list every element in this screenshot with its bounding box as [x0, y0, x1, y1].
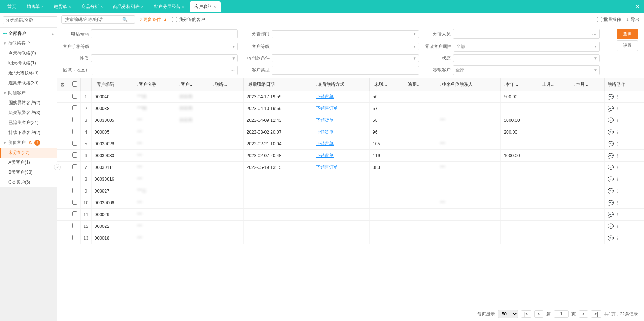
contact-icon[interactable]: 💬	[608, 153, 614, 159]
first-page-button[interactable]: |<	[521, 310, 531, 318]
filter-search-box[interactable]: 🔍	[61, 15, 135, 24]
gear-icon[interactable]: ⚙	[60, 82, 65, 88]
more-icon[interactable]: ⁝	[617, 141, 618, 147]
cell-check[interactable]	[69, 126, 80, 138]
contact-way-link[interactable]: 下销货单	[316, 129, 334, 134]
sidebar-item-hoarding[interactable]: 囤购异常客户(2)	[0, 98, 57, 108]
more-icon[interactable]: ⁝	[617, 129, 618, 135]
row-checkbox[interactable]	[72, 94, 77, 99]
more-icon[interactable]: ⁝	[617, 165, 618, 170]
sidebar-item-tomorrow[interactable]: 明天待联络(1)	[0, 58, 57, 68]
payment-select[interactable]: ▼	[272, 54, 419, 62]
th-type[interactable]: : 客户...	[176, 78, 210, 91]
contact-way-link[interactable]: 下销售订单	[316, 106, 338, 111]
contact-icon[interactable]: 💬	[608, 129, 614, 135]
contact-icon[interactable]: 💬	[608, 223, 614, 229]
tab-sales[interactable]: 销售单 ×	[22, 1, 48, 12]
tab-customer-segment-close[interactable]: ×	[182, 4, 184, 9]
sidebar-section-value[interactable]: ▼ 价值客户 ↻ !	[0, 138, 57, 148]
page-number-input[interactable]	[554, 310, 569, 318]
more-icon[interactable]: ⁝	[617, 212, 618, 218]
region-dots-icon[interactable]: ···	[230, 67, 235, 73]
retail-attr-select[interactable]: 全部 ▼	[454, 42, 600, 52]
more-icon[interactable]: ⁝	[617, 200, 618, 206]
sidebar-item-class-a[interactable]: A类客户(1)	[0, 158, 57, 167]
contact-icon[interactable]: 💬	[608, 94, 614, 100]
tab-sales-close[interactable]: ×	[41, 4, 43, 9]
my-customers-checkbox[interactable]	[172, 17, 177, 22]
sidebar-item-declining[interactable]: 持续下滑客户(2)	[0, 128, 57, 138]
contact-way-link[interactable]: 下销货单	[316, 94, 334, 99]
th-contact[interactable]: : 联络...	[210, 78, 243, 91]
table-container[interactable]: ⚙ : 客户编码	[57, 78, 644, 307]
retail-customer-select[interactable]: 全部 ▼	[453, 65, 600, 75]
cell-check[interactable]	[69, 209, 80, 221]
contact-icon[interactable]: 💬	[608, 212, 614, 218]
export-btn[interactable]: ⇓ 导出	[626, 17, 640, 23]
contact-way-link[interactable]: 下销货单	[316, 117, 334, 123]
cell-check[interactable]	[69, 138, 80, 150]
row-checkbox[interactable]	[72, 105, 77, 110]
contact-icon[interactable]: 💬	[608, 106, 614, 112]
filter-search-icon[interactable]: 🔍	[122, 17, 128, 22]
customer-level-select[interactable]: ▼	[272, 43, 419, 50]
more-icon[interactable]: ⁝	[617, 106, 618, 112]
contact-icon[interactable]: 💬	[608, 235, 614, 241]
filter-search-input[interactable]	[65, 17, 120, 22]
tab-home[interactable]: 首页	[3, 1, 21, 12]
row-checkbox[interactable]	[72, 188, 77, 193]
cell-check[interactable]	[69, 173, 80, 185]
tab-product-analysis[interactable]: 商品分析 ×	[77, 1, 107, 12]
tab-purchase-close[interactable]: ×	[68, 4, 71, 9]
sidebar-section-pending[interactable]: ▼ 待联络客户	[0, 38, 57, 48]
more-icon[interactable]: ⁝	[617, 235, 618, 241]
more-icon[interactable]: ⁝	[617, 176, 618, 182]
price-level-select[interactable]: ▼	[92, 43, 238, 50]
th-this-year[interactable]: : 本年...	[501, 78, 537, 91]
cell-check[interactable]	[69, 114, 80, 126]
sidebar-item-churned[interactable]: 已流失客户(24)	[0, 118, 57, 128]
row-checkbox[interactable]	[72, 141, 77, 146]
tab-product-list-close[interactable]: ×	[141, 4, 143, 9]
nature-select[interactable]: ▼	[91, 54, 238, 62]
more-icon[interactable]: ⁝	[617, 188, 618, 194]
th-last-month[interactable]: : 上月...	[537, 78, 571, 91]
reset-button[interactable]: 设置	[617, 40, 638, 51]
row-checkbox[interactable]	[72, 117, 77, 122]
th-last-contact-date[interactable]: : 最后联络日期	[243, 78, 313, 91]
page-size-select[interactable]: 50 100 200	[498, 310, 518, 318]
tab-product-analysis-close[interactable]: ×	[101, 4, 103, 9]
next-page-button[interactable]: >	[579, 310, 588, 318]
more-conditions-btn[interactable]: ▿ 更多条件 ▲	[140, 17, 168, 23]
contact-way-link[interactable]: 下销售订单	[316, 165, 338, 170]
th-overdue[interactable]: : 逾期...	[403, 78, 437, 91]
prev-page-button[interactable]: <	[534, 310, 543, 318]
row-checkbox[interactable]	[72, 223, 77, 228]
row-checkbox[interactable]	[72, 211, 77, 216]
th-settings[interactable]: ⚙	[57, 78, 69, 91]
tab-customer-contact[interactable]: 客户联络 ×	[190, 1, 220, 12]
customer-type-input[interactable]	[272, 66, 419, 75]
tab-product-list[interactable]: 商品分析列表 ×	[109, 1, 148, 12]
my-customers-checkbox-area[interactable]: 我分管的客户	[172, 17, 205, 23]
row-checkbox[interactable]	[72, 129, 77, 134]
tab-customer-segment[interactable]: 客户分层经营 ×	[149, 1, 189, 12]
sidebar-collapse-button[interactable]: «	[54, 164, 61, 170]
sidebar-item-7days[interactable]: 近7天待联络(0)	[0, 68, 57, 78]
tab-purchase[interactable]: 进货单 ×	[49, 1, 75, 12]
contact-way-link[interactable]: 下销货单	[316, 141, 334, 146]
cell-check[interactable]	[69, 162, 80, 173]
sidebar-item-churn-warn[interactable]: 流失预警客户(3)	[0, 108, 57, 118]
sidebar-search-input[interactable]	[3, 16, 57, 24]
th-last-contact-way[interactable]: : 最后联络方式	[313, 78, 370, 91]
contact-way-link[interactable]: 下销货单	[316, 153, 334, 158]
cell-check[interactable]	[69, 91, 80, 103]
status-select[interactable]: ▼	[453, 54, 600, 62]
th-code[interactable]: : 客户编码	[91, 78, 134, 91]
contact-icon[interactable]: 💬	[608, 200, 614, 206]
cell-check[interactable]	[69, 221, 80, 232]
query-button[interactable]: 查询	[617, 29, 638, 39]
row-checkbox[interactable]	[72, 152, 77, 158]
sidebar-item-overdue[interactable]: 逾期未联络(30)	[0, 78, 57, 88]
last-page-button[interactable]: >|	[591, 310, 601, 318]
